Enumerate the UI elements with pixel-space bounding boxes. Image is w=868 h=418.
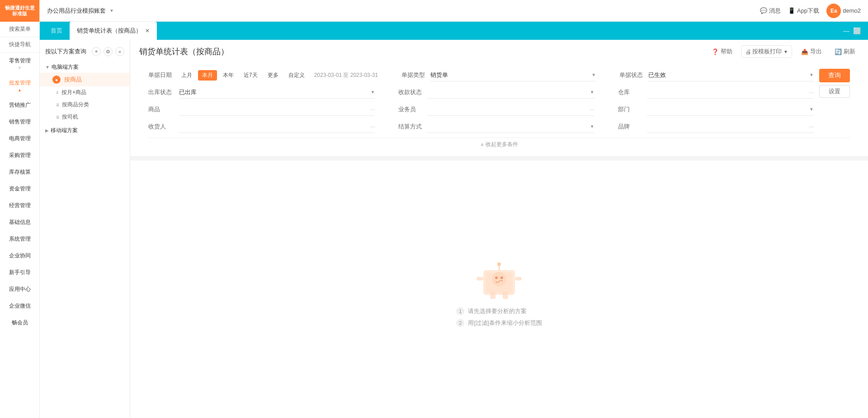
dept-input[interactable]: ▼ — [647, 103, 814, 116]
purchase-label: 采购管理 — [9, 152, 31, 159]
sidebar-item-basic[interactable]: 基础信息 — [0, 214, 39, 231]
sidebar-item-purchase[interactable]: 采购管理 — [0, 147, 39, 164]
collapse-panel-button[interactable]: « — [115, 47, 124, 56]
doc-status-value: 已生效 — [648, 71, 666, 79]
out-status-label: 出库状态 — [148, 88, 174, 96]
breadcrumb-dropdown-icon[interactable]: ▼ — [109, 8, 114, 13]
member-label: 畅会员 — [12, 319, 28, 327]
system-label: 系统管理 — [9, 235, 31, 243]
tab-home[interactable]: 首页 — [43, 22, 70, 40]
user-menu[interactable]: Ea demo2 — [826, 4, 861, 18]
refresh-label: 刷新 — [844, 48, 855, 56]
by-month-product-icon: ♯ — [56, 90, 59, 96]
date-btn-this-month[interactable]: 本月 — [198, 70, 217, 81]
sidebar-item-sales[interactable]: 销售管理 — [0, 114, 39, 130]
tab-bar: 首页 销货单统计表（按商品） ✕ — ⬜ — [40, 22, 868, 40]
sidebar-search-menu[interactable]: 搜索菜单 — [0, 22, 39, 37]
warehouse-dots-icon[interactable]: ··· — [809, 89, 814, 95]
sidebar-item-ecommerce[interactable]: 电商管理 — [0, 130, 39, 147]
brand-input[interactable]: ··· — [647, 120, 814, 133]
doc-status-filter: 单据状态 已生效 ▼ — [619, 69, 814, 81]
empty-tip-2: 2 用[过滤]条件来缩小分析范围 — [456, 319, 542, 327]
empty-text: 1 请先选择要分析的方案 2 用[过滤]条件来缩小分析范围 — [456, 307, 542, 327]
left-panel-title: 按以下方案查询 — [45, 48, 86, 56]
help-button[interactable]: ❓ 帮助 — [708, 46, 736, 57]
tab-maximize-icon[interactable]: ⬜ — [853, 27, 861, 34]
sidebar-item-inventory[interactable]: 库存核算 — [0, 164, 39, 180]
sidebar-item-apps[interactable]: 应用中心 — [0, 281, 39, 298]
payment-status-input[interactable]: ▼ — [427, 86, 594, 99]
scheme-item-by-category[interactable]: ≡ 按商品分类 — [40, 99, 130, 111]
tab-close-icon[interactable]: ✕ — [145, 28, 150, 34]
sidebar-item-guide[interactable]: 新手引导 — [0, 264, 39, 281]
operations-label: 经营管理 — [9, 202, 31, 209]
settings-scheme-button[interactable]: ⚙ — [104, 47, 113, 56]
date-btn-this-year[interactable]: 本年 — [219, 70, 238, 81]
sidebar-quick-nav[interactable]: 快捷导航 — [0, 37, 39, 52]
page-title: 销货单统计表（按商品） — [139, 46, 229, 57]
brand-filter: 品牌 ··· — [618, 120, 814, 133]
date-btn-last-month[interactable]: 上月 — [177, 70, 196, 81]
date-btn-more[interactable]: 更多 — [264, 70, 283, 81]
sidebar-item-retail[interactable]: 零售管理 ▼ — [0, 52, 39, 75]
finance-label: 资金管理 — [9, 185, 31, 193]
scheme-item-by-month-product[interactable]: ♯ 按月+商品 — [40, 86, 130, 99]
logo-area: 畅捷通好生意 标准版 — [0, 0, 39, 22]
sidebar-item-marketing[interactable]: 营销推广 — [0, 97, 39, 114]
app-download-button[interactable]: 📱 App下载 — [788, 7, 819, 15]
tab-minimize-icon[interactable]: — — [843, 27, 849, 34]
message-button[interactable]: 💬 消息 — [760, 7, 781, 15]
sidebar-item-finance[interactable]: 资金管理 — [0, 180, 39, 197]
product-input[interactable]: ··· — [179, 103, 375, 116]
out-status-row: 出库状态 已出库 ▼ 收款状态 ▼ — [148, 86, 814, 99]
salesperson-dots-icon[interactable]: ··· — [590, 106, 594, 113]
dept-filter: 部门 ▼ — [618, 103, 814, 116]
message-icon: 💬 — [760, 7, 767, 14]
settlement-arrow-icon: ▼ — [590, 124, 594, 129]
add-scheme-button[interactable]: + — [92, 47, 101, 56]
svg-rect-10 — [503, 292, 508, 299]
collapse-row[interactable]: ∧ 收起更多条件 — [148, 138, 850, 151]
sidebar-item-wechat[interactable]: 企业微信 — [0, 298, 39, 314]
receiver-dots-icon[interactable]: ··· — [370, 123, 375, 130]
warehouse-filter: 仓库 ··· — [618, 86, 814, 99]
tip-2-text: 用[过滤]条件来缩小分析范围 — [468, 319, 542, 327]
wholesale-arrow: ▲ — [18, 88, 22, 92]
date-btn-7days[interactable]: 近7天 — [240, 70, 262, 81]
sidebar-item-system[interactable]: 系统管理 — [0, 231, 39, 247]
receiver-input[interactable]: ··· — [179, 120, 375, 133]
page-header: 销货单统计表（按商品） ❓ 帮助 🖨 按模板打印 ▼ 📤 — [130, 40, 868, 157]
retail-label: 零售管理 — [9, 57, 31, 65]
refresh-button[interactable]: 🔄 刷新 — [831, 46, 859, 57]
salesperson-input[interactable]: ··· — [427, 103, 594, 116]
doc-type-input[interactable]: 销货单 ▼ — [430, 69, 596, 81]
salesperson-filter: 业务员 ··· — [398, 103, 594, 116]
export-button[interactable]: 📤 导出 — [797, 46, 826, 57]
pc-group-header[interactable]: ▼ 电脑端方案 — [40, 62, 130, 73]
sidebar-item-member[interactable]: 畅会员 — [0, 314, 39, 331]
scheme-item-by-driver[interactable]: ≡ 按司机 — [40, 111, 130, 123]
brand-dots-icon[interactable]: ··· — [809, 123, 814, 130]
top-header: 办公用品行业模拟账套 ▼ 💬 消息 📱 App下载 Ea demo2 — [40, 0, 868, 22]
product-dots-icon[interactable]: ··· — [370, 106, 375, 113]
filter-area: 单据日期 上月 本月 本年 近7天 更多 自定义 2023-03-01 至 20… — [139, 63, 859, 157]
date-range-display: 2023-03-01 至 2023-03-31 — [314, 71, 378, 79]
print-button[interactable]: 🖨 按模板打印 ▼ — [741, 45, 792, 58]
doc-status-input[interactable]: 已生效 ▼ — [648, 69, 814, 81]
export-label: 导出 — [810, 48, 822, 56]
scheme-item-by-product[interactable]: ● 按商品 — [40, 73, 130, 86]
sidebar-item-enterprise[interactable]: 企业协同 — [0, 247, 39, 264]
right-panel: 销货单统计表（按商品） ❓ 帮助 🖨 按模板打印 ▼ 📤 — [130, 40, 868, 418]
sidebar-item-wholesale[interactable]: 批发管理 ▲ — [0, 75, 39, 97]
tab-stats[interactable]: 销货单统计表（按商品） ✕ — [70, 22, 157, 40]
left-panel-actions: + ⚙ « — [92, 47, 124, 56]
out-status-input[interactable]: 已出库 ▼ — [179, 86, 375, 99]
query-button[interactable]: 查询 — [819, 69, 850, 82]
date-btn-custom[interactable]: 自定义 — [284, 70, 309, 81]
pc-group-label: 电脑端方案 — [52, 63, 79, 71]
warehouse-input[interactable]: ··· — [647, 86, 814, 99]
settlement-input[interactable]: ▼ — [427, 120, 594, 133]
mobile-group-header[interactable]: ▶ 移动端方案 — [40, 125, 130, 136]
settings-button[interactable]: 设置 — [819, 85, 850, 98]
sidebar-item-operations[interactable]: 经营管理 — [0, 197, 39, 214]
